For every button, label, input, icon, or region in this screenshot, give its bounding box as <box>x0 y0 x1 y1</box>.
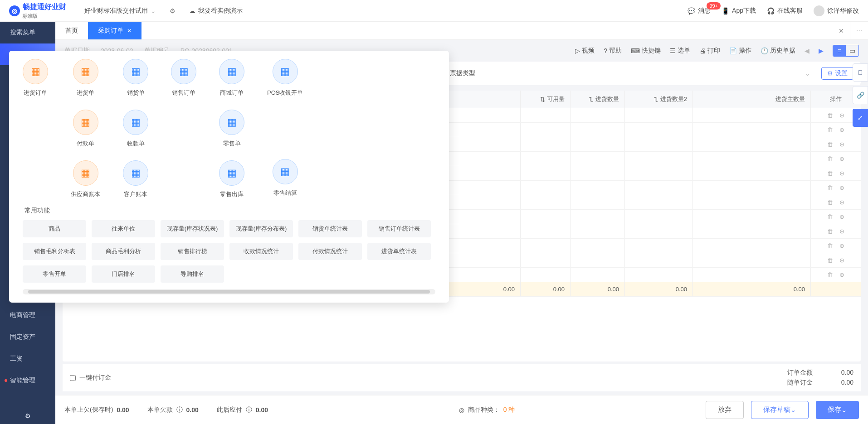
user-menu[interactable]: 徐泽华修改 <box>814 5 859 16</box>
history-link[interactable]: 🕘 历史单据 <box>761 47 795 55</box>
info-icon[interactable]: ⓘ <box>176 406 183 414</box>
quicknav-node[interactable]: ▦进货单 <box>73 59 98 97</box>
row-add-icon[interactable]: ⊕ <box>839 155 844 162</box>
sidebar-item-15[interactable]: 智能管理 <box>0 370 55 391</box>
oneclick-checkbox[interactable] <box>70 375 76 381</box>
tab-active[interactable]: 采购订单 ✕ <box>88 22 141 39</box>
quicknav-node[interactable]: ▦销货单 <box>123 59 148 97</box>
quicknav-node[interactable]: ▦供应商账本 <box>71 160 100 198</box>
view-list-icon[interactable]: ≡ <box>833 45 846 56</box>
quicknav-chip[interactable]: 进货单统计表 <box>367 243 431 260</box>
th-available[interactable]: ⇅ 可用量 <box>521 91 571 108</box>
quicknav-node[interactable]: ▦零售单 <box>219 110 244 148</box>
sidebar-item-14[interactable]: 工资 <box>0 348 55 370</box>
row-add-icon[interactable]: ⊕ <box>839 112 844 119</box>
rail-expand-icon[interactable]: ⤢ <box>853 109 868 127</box>
quicknav-chip[interactable]: 现存量(库存分布表) <box>229 220 293 237</box>
row-delete-icon[interactable]: 🗑 <box>827 242 833 249</box>
user-name: 徐泽华修改 <box>827 7 859 15</box>
row-add-icon[interactable]: ⊕ <box>839 213 844 220</box>
messages-link[interactable]: 💬 消息 99+ <box>688 7 711 15</box>
quicknav-chip[interactable]: 销售订单统计表 <box>367 220 431 237</box>
row-delete-icon[interactable]: 🗑 <box>827 271 833 278</box>
tabs-close-all[interactable]: ✕ <box>832 22 850 39</box>
quicknav-node[interactable]: ▦进货订单 <box>23 59 48 97</box>
oneclick-deposit[interactable]: 一键付订金 <box>70 374 111 382</box>
quicknav-node[interactable]: ▦收款单 <box>123 110 148 148</box>
quicknav-chip[interactable]: 销售毛利分析表 <box>23 243 86 260</box>
tab-close-icon[interactable]: ✕ <box>127 28 132 34</box>
row-add-icon[interactable]: ⊕ <box>839 257 844 264</box>
shortcut-link[interactable]: ⌨ 快捷键 <box>631 47 661 55</box>
view-card-icon[interactable]: ▭ <box>846 45 858 56</box>
quicknav-node[interactable]: ▦客户账本 <box>123 160 148 198</box>
demo-link[interactable]: ☁ 我要看实例演示 <box>189 7 243 15</box>
tabs-more[interactable]: ⋯ <box>850 22 868 39</box>
plan-settings-icon[interactable]: ⚙ <box>170 7 176 14</box>
rail-note-icon[interactable]: 🗒 <box>853 63 868 82</box>
quicknav-node[interactable]: ▦零售结算 <box>273 159 298 197</box>
plan-select[interactable]: 好业财标准版交付试用 ⌄ <box>84 7 156 15</box>
quicknav-scrollbar[interactable] <box>23 289 435 294</box>
row-delete-icon[interactable]: 🗑 <box>827 141 833 148</box>
appdownload-link[interactable]: 📱 App下载 <box>722 7 756 15</box>
page-next-icon[interactable]: ▶ <box>819 47 824 54</box>
row-add-icon[interactable]: ⊕ <box>839 184 844 191</box>
row-delete-icon[interactable]: 🗑 <box>827 213 833 220</box>
quicknav-chip[interactable]: 导购排名 <box>161 265 224 283</box>
row-add-icon[interactable]: ⊕ <box>839 271 844 278</box>
quicknav-chip[interactable]: 销货单统计表 <box>298 220 362 237</box>
row-delete-icon[interactable]: 🗑 <box>827 112 833 119</box>
row-delete-icon[interactable]: 🗑 <box>827 184 833 191</box>
save-draft-button[interactable]: 保存草稿 ⌄ <box>751 401 809 419</box>
quicknav-chip[interactable]: 销售排行榜 <box>161 243 224 260</box>
row-delete-icon[interactable]: 🗑 <box>827 170 833 177</box>
th-qty2[interactable]: ⇅ 进货数量2 <box>625 91 693 108</box>
th-qty1[interactable]: ⇅ 进货数量 <box>571 91 625 108</box>
quicknav-chip[interactable]: 商品 <box>23 220 86 237</box>
print-link[interactable]: 🖨 打印 <box>699 47 720 55</box>
tab-home[interactable]: 首页 <box>55 22 88 39</box>
quicknav-node[interactable]: ▦付款单 <box>73 110 98 148</box>
onlinecs-link[interactable]: 🎧 在线客服 <box>767 7 803 15</box>
row-delete-icon[interactable]: 🗑 <box>827 126 833 133</box>
quicknav-chip[interactable]: 门店排名 <box>92 265 155 283</box>
quicknav-chip[interactable]: 往来单位 <box>92 220 155 237</box>
quicknav-node[interactable]: ▦POS收银开单 <box>267 59 303 97</box>
row-add-icon[interactable]: ⊕ <box>839 199 844 206</box>
row-delete-icon[interactable]: 🗑 <box>827 228 833 235</box>
row-delete-icon[interactable]: 🗑 <box>827 257 833 264</box>
row-add-icon[interactable]: ⊕ <box>839 228 844 235</box>
quicknav-chip[interactable]: 收款情况统计 <box>229 243 293 260</box>
quicknav-chip[interactable]: 现存量(库存状况表) <box>161 220 224 237</box>
row-add-icon[interactable]: ⊕ <box>839 126 844 133</box>
row-add-icon[interactable]: ⊕ <box>839 242 844 249</box>
row-delete-icon[interactable]: 🗑 <box>827 199 833 206</box>
operate-link[interactable]: 📄 操作 <box>729 47 751 55</box>
chevron-down-icon[interactable]: ⌄ <box>805 70 810 77</box>
sidebar-item-12[interactable]: 电商管理 <box>0 304 55 326</box>
rail-link-icon[interactable]: 🔗 <box>853 86 868 104</box>
quicknav-chip[interactable]: 商品毛利分析 <box>92 243 155 260</box>
headset-icon: 🎧 <box>767 7 775 14</box>
sidebar-settings-icon[interactable]: ⚙ <box>0 412 55 419</box>
help-link[interactable]: ? 帮助 <box>604 47 622 55</box>
row-delete-icon[interactable]: 🗑 <box>827 155 833 162</box>
video-link[interactable]: ▷ 视频 <box>575 47 595 55</box>
quicknav-chip[interactable]: 付款情况统计 <box>298 243 362 260</box>
quicknav-node[interactable]: ▦零售出库 <box>219 160 244 198</box>
sidebar-item-13[interactable]: 固定资产 <box>0 326 55 348</box>
abandon-button[interactable]: 放弃 <box>706 401 744 419</box>
quicknav-node[interactable]: ▦销售订单 <box>171 59 196 97</box>
th-mainqty[interactable]: 进货主数量 <box>693 91 811 108</box>
quicknav-node[interactable]: ▦商城订单 <box>219 59 244 97</box>
quicknav-chip[interactable]: 零售开单 <box>23 265 86 283</box>
info-icon[interactable]: ⓘ <box>246 406 252 414</box>
page-prev-icon[interactable]: ◀ <box>805 47 809 54</box>
select-link[interactable]: ☰ 选单 <box>670 47 690 55</box>
row-add-icon[interactable]: ⊕ <box>839 170 844 177</box>
save-button[interactable]: 保存 ⌄ <box>816 401 859 419</box>
form-settings-button[interactable]: ⚙设置 <box>821 67 853 80</box>
row-add-icon[interactable]: ⊕ <box>839 141 844 148</box>
sidebar-search[interactable]: 搜索菜单 <box>0 22 55 43</box>
